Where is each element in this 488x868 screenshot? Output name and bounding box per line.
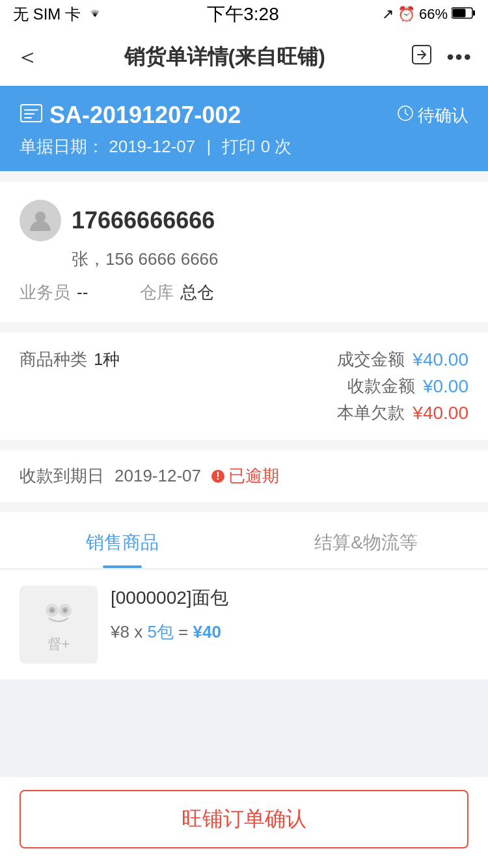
tabs-section: 销售商品 结算&物流等 [0,512,488,569]
svg-rect-2 [453,9,466,18]
summary-left: 商品种类 1种 [20,348,120,375]
product-section: 督+ [0000002]面包 ¥8 x 5包 = ¥40 [0,570,488,679]
product-info: [0000002]面包 ¥8 x 5包 = ¥40 [111,586,468,644]
customer-name: 张，156 6666 6666 [72,248,468,271]
nav-right-buttons: ••• [410,43,472,71]
warehouse-row: 仓库 总仓 [140,281,214,304]
price-total: ¥40 [193,622,221,642]
nav-bar: ＜ 销货单详情(来自旺铺) ••• [0,29,488,86]
status-text: 待确认 [418,104,468,127]
status-left: 无 SIM 卡 [13,4,104,25]
tab-sales-products[interactable]: 销售商品 [0,512,244,568]
customer-section: 17666666666 张，156 6666 6666 业务员 -- 仓库 总仓 [0,182,488,322]
alarm-icon: ⏰ [398,6,415,23]
due-date-label: 收款到期日 [20,465,104,487]
order-icon [20,102,43,129]
svg-rect-1 [473,10,475,16]
back-button[interactable]: ＜ [16,41,39,73]
battery-text: 66% [419,6,448,23]
summary-section: 商品种类 1种 成交金额 ¥40.00 收款金额 ¥0.00 本单欠款 ¥40.… [0,332,488,440]
customer-phone: 17666666666 [72,207,215,234]
tab-settlement-logistics[interactable]: 结算&物流等 [244,512,488,568]
amount-deal-row: 成交金额 ¥40.00 [337,348,468,371]
due-date-value: 2019-12-07 [115,466,201,486]
product-price: ¥8 x 5包 = ¥40 [111,621,468,644]
price-unit: ¥8 [111,622,129,642]
amount-received-row: 收款金额 ¥0.00 [347,375,468,398]
due-date-section: 收款到期日 2019-12-07 ! 已逾期 [0,450,488,502]
order-meta: 单据日期： 2019-12-07 | 打印 0 次 [20,135,468,158]
order-header-card: SA-20191207-002 待确认 单据日期： 2019-12-07 | 打… [0,86,488,171]
tabs-row: 销售商品 结算&物流等 [0,512,488,568]
battery-icon [452,6,475,23]
svg-point-12 [64,609,66,612]
location-icon: ↗ [382,6,394,23]
status-right: ↗ ⏰ 66% [382,6,475,23]
overdue-dot-icon: ! [211,470,224,483]
wangpu-confirm-button[interactable]: 旺铺订单确认 [20,790,468,848]
quantity: 5包 [147,622,173,642]
status-time: 下午3:28 [207,2,279,27]
carrier-text: 无 SIM 卡 [13,4,81,25]
clock-icon [397,105,414,126]
summary-right: 成交金额 ¥40.00 收款金额 ¥0.00 本单欠款 ¥40.00 [337,348,468,424]
product-image: 督+ [20,586,98,664]
multiply-sign: x [134,622,147,642]
share-icon[interactable] [410,43,433,71]
wifi-icon [86,5,104,23]
amount-due-row: 本单欠款 ¥40.00 [337,401,468,424]
svg-point-6 [35,211,46,222]
order-id: SA-20191207-002 [20,102,241,129]
salesperson-row: 业务员 -- [20,281,88,304]
page-title: 销货单详情(来自旺铺) [124,43,325,72]
overdue-badge: ! 已逾期 [211,465,279,487]
bottom-action-area: 旺铺订单确认 [0,777,488,868]
order-status: 待确认 [397,104,468,127]
equals-sign: = [178,622,193,642]
status-bar: 无 SIM 卡 下午3:28 ↗ ⏰ 66% [0,0,488,29]
more-icon[interactable]: ••• [446,45,472,69]
svg-point-11 [51,609,53,612]
product-logo-text: 督+ [47,634,70,654]
product-name: [0000002]面包 [111,586,468,610]
overdue-text: 已逾期 [228,465,279,487]
customer-avatar [20,200,61,241]
